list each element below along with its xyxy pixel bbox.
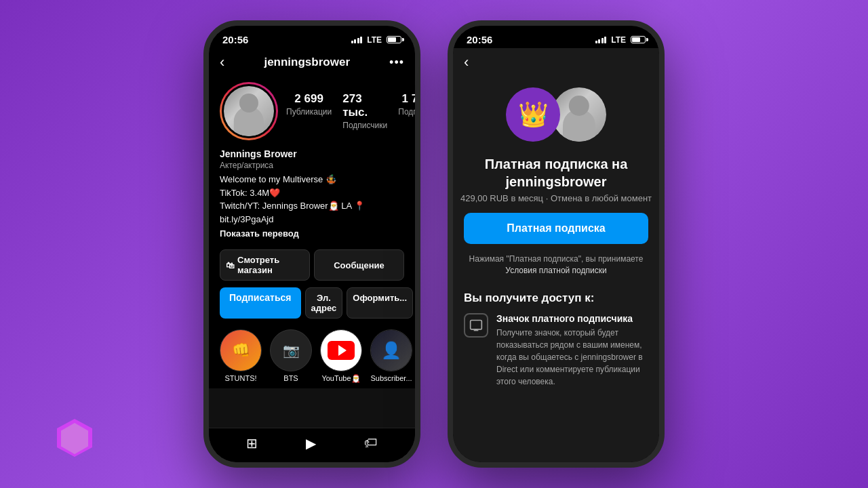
action-buttons: 🛍 Смотреть магазин Сообщение — [209, 245, 415, 285]
shop-icon: 🛍 — [226, 260, 235, 270]
more-options-button[interactable]: ••• — [389, 56, 404, 70]
signal-bar-1 — [351, 41, 353, 43]
subscription-title: Платная подписка на jenningsbrower — [453, 152, 659, 193]
highlight-stunts-circle: 👊 — [220, 329, 262, 371]
message-button[interactable]: Сообщение — [314, 249, 404, 281]
bio-name: Jennings Brower — [220, 148, 404, 159]
signal-bar-4 — [360, 37, 362, 43]
subscription-content: ‹ 👑 Платная подписка на jenningsbrower 4… — [453, 48, 659, 462]
reels-tab-icon[interactable]: ▶ — [306, 435, 316, 451]
sub-avatar — [552, 87, 606, 142]
back-button-1[interactable]: ‹ — [220, 54, 224, 71]
highlight-subscriber-label: Subscriber... — [370, 374, 412, 382]
highlight-youtube-circle — [320, 329, 362, 371]
status-icons-2: LTE — [595, 35, 646, 45]
highlight-stunts-label: STUNTS! — [224, 374, 256, 382]
stat-followers: 273 тыс. Подписчики — [342, 92, 387, 130]
highlight-bts-label: BTS — [283, 374, 298, 382]
battery-fill-1 — [388, 37, 396, 42]
status-bar-2: 20:56 LTE — [453, 26, 659, 48]
status-bar-1: 20:56 LTE — [209, 26, 415, 48]
avatar-inner — [222, 84, 276, 138]
highlight-youtube[interactable]: YouTube🎅 — [320, 329, 362, 383]
premium-button[interactable]: Оформить... — [347, 287, 413, 319]
badge-icon — [464, 313, 488, 338]
highlight-bts[interactable]: 📷 BTS — [270, 329, 312, 383]
grid-area — [209, 388, 415, 428]
bio-category: Актер/актриса — [220, 161, 404, 170]
feature-title: Значок платного подписчика — [496, 313, 648, 324]
posts-count: 2 699 — [294, 92, 323, 106]
access-title: Вы получите доступ к: — [453, 286, 659, 313]
subscription-terms: Нажимая "Платная подписка", вы принимает… — [453, 253, 659, 286]
profile-bio: Jennings Brower Актер/актриса Welcome to… — [209, 148, 415, 245]
sub-hero: 👑 — [453, 77, 659, 152]
status-time-1: 20:56 — [222, 34, 248, 45]
profile-nav: ‹ jenningsbrower ••• — [209, 48, 415, 77]
battery-2 — [631, 36, 646, 43]
highlight-stunts[interactable]: 👊 STUNTS! — [220, 329, 262, 383]
lte-label-1: LTE — [367, 35, 382, 45]
terms-link[interactable]: Условия платной подписки — [505, 266, 606, 275]
posts-label: Публикации — [286, 107, 332, 117]
profile-content: ‹ jenningsbrower ••• 2 699 Публикации — [209, 48, 415, 462]
signal-bars-1 — [351, 37, 363, 43]
phone-1: 20:56 LTE ‹ — [203, 20, 420, 468]
avatar-ring — [220, 82, 278, 140]
grid-tab-icon[interactable]: ⊞ — [246, 435, 258, 451]
sub-feature-badge: Значок платного подписчика Получите знач… — [453, 313, 659, 394]
highlight-youtube-label: YouTube🎅 — [321, 374, 360, 383]
phone-2: 20:56 LTE ‹ — [448, 20, 665, 468]
followers-label: Подписчики — [342, 121, 387, 130]
lte-label-2: LTE — [611, 35, 626, 45]
highlight-bts-circle: 📷 — [270, 329, 312, 371]
signal-bars-2 — [595, 37, 607, 43]
highlight-subscriber-circle: 👤 — [370, 329, 412, 371]
crown-icon: 👑 — [518, 100, 549, 129]
feature-text: Значок платного подписчика Получите знач… — [496, 313, 648, 388]
highlight-subscriber[interactable]: 👤 Subscriber... — [370, 329, 412, 383]
status-time-2: 20:56 — [467, 34, 492, 45]
subscription-button[interactable]: Платная подписка — [464, 213, 648, 244]
following-count: 1 741 — [402, 92, 415, 106]
avatar-image — [224, 86, 274, 136]
hex-icon — [54, 418, 95, 458]
signal-bar-3 — [357, 38, 359, 43]
translate-button[interactable]: Показать перевод — [220, 228, 404, 239]
stats-row: 2 699 Публикации 273 тыс. Подписчики 1 7… — [286, 92, 415, 130]
battery-1 — [387, 36, 401, 43]
profile-username: jenningsbrower — [264, 56, 350, 69]
status-icons-1: LTE — [351, 35, 401, 45]
back-button-2[interactable]: ‹ — [464, 54, 469, 70]
signal-bar-2 — [354, 39, 356, 43]
bottom-tabs-1: ⊞ ▶ 🏷 — [209, 428, 415, 462]
bio-text: Welcome to my Multiverse 🤹 TikTok: 3.4M❤… — [220, 173, 404, 226]
email-button[interactable]: Эл. адрес — [305, 287, 343, 319]
subscribe-button[interactable]: Подписаться — [220, 287, 301, 319]
svg-rect-0 — [471, 320, 482, 329]
feature-desc: Получите значок, который будет показыват… — [496, 327, 648, 388]
profile-header: 2 699 Публикации 273 тыс. Подписчики 1 7… — [209, 77, 415, 148]
crown-circle: 👑 — [506, 87, 560, 142]
tagged-tab-icon[interactable]: 🏷 — [364, 435, 378, 451]
following-label: Подписки — [398, 107, 415, 117]
shop-button[interactable]: 🛍 Смотреть магазин — [220, 249, 310, 281]
hex-logo — [54, 418, 95, 461]
phones-container: 20:56 LTE ‹ — [203, 20, 665, 468]
stat-posts: 2 699 Публикации — [286, 92, 332, 130]
followers-count: 273 тыс. — [342, 92, 387, 119]
sub-nav: ‹ — [453, 48, 659, 77]
youtube-icon — [328, 341, 355, 360]
sub-avatar-image — [552, 87, 606, 142]
stat-following: 1 741 Подписки — [398, 92, 415, 130]
highlights-row: 👊 STUNTS! 📷 BTS YouTube� — [209, 324, 415, 388]
subscribe-row: Подписаться Эл. адрес Оформить... + — [209, 285, 415, 324]
subscription-price: 429,00 RUB в месяц · Отмена в любой моме… — [453, 193, 659, 213]
